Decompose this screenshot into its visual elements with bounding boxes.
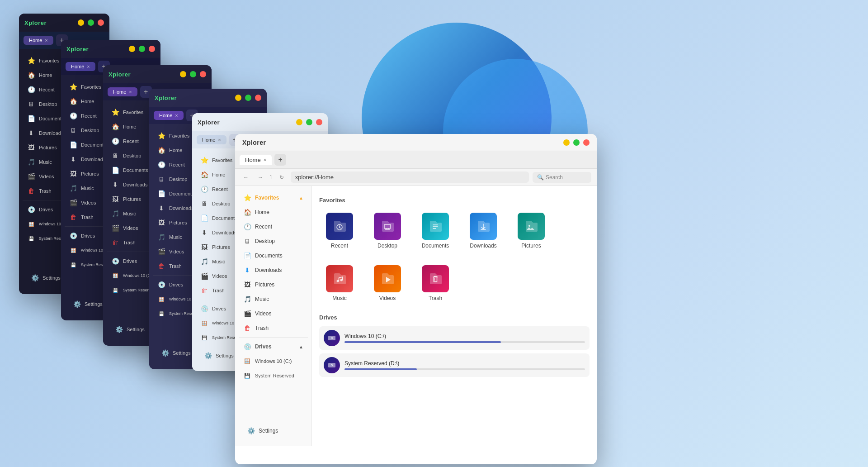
tab-home-6[interactable]: Home × [240,155,272,165]
s6-music[interactable]: 🎵 Music [238,292,309,306]
tl-red-5[interactable] [316,119,322,125]
tab-close-1[interactable]: × [45,38,47,43]
tl-green-3[interactable] [190,71,196,77]
tl-green-4[interactable] [245,95,251,101]
s6-system[interactable]: 💾 System Reserved [238,369,309,382]
documents-label: Documents [422,243,449,249]
tl-red-3[interactable] [200,71,206,77]
tab-home-2[interactable]: Home × [66,62,95,71]
trash-folder-icon [422,265,449,292]
tl-green-2[interactable] [139,46,145,52]
s6-downloads[interactable]: ⬇ Downloads [238,263,309,277]
favorites-grid: Recent Desktop [319,209,590,253]
tl-green-5[interactable] [306,119,312,125]
drive-system-bar-fill [344,368,417,370]
tl-red-2[interactable] [149,46,155,52]
s6-desktop[interactable]: 🖥 Desktop [238,234,309,248]
desktop-label: Desktop [377,243,397,249]
favorites-grid-2: Music Videos [319,262,590,305]
tab-close-6[interactable]: × [264,157,266,162]
tl-yellow-2[interactable] [129,46,135,52]
tab-home-3[interactable]: Home × [108,87,137,96]
pictures-icon-1: 🖼 [27,143,35,152]
folder-trash[interactable]: Trash [415,262,456,305]
s6-trash[interactable]: 🗑 Trash [238,321,309,335]
videos-icon-6: 🎬 [243,310,251,318]
folder-documents[interactable]: Documents [415,209,456,253]
tl-yellow-3[interactable] [180,71,186,77]
trash-icon-1: 🗑 [27,187,35,195]
tl-yellow-6[interactable] [563,139,570,146]
s6-home[interactable]: 🏠 Home [238,205,309,219]
s6-pictures[interactable]: 🖼 Pictures [238,278,309,291]
drives-section-title: Drives [319,314,590,321]
tab-close-4[interactable]: × [175,113,178,118]
tab-home-5[interactable]: Home × [197,135,226,144]
tl-yellow-5[interactable] [296,119,302,125]
window-6[interactable]: Xplorer Home × + ← → 1 ↻ 🔍 Search [235,134,597,464]
s6-videos[interactable]: 🎬 Videos [238,307,309,320]
refresh-button[interactable]: ↻ [276,172,287,183]
desktop-icon-6: 🖥 [243,237,251,245]
tab-home-1[interactable]: Home × [24,36,53,45]
svg-point-11 [331,365,332,366]
tl-red-6[interactable] [583,139,590,146]
star-icon-1: ⭐ [27,57,35,65]
folder-music[interactable]: Music [319,262,360,305]
tab-close-3[interactable]: × [129,89,132,95]
drive-system[interactable]: System Reserved (D:\) [319,353,590,377]
tab-close-2[interactable]: × [87,64,90,69]
s6-favorites[interactable]: ⭐ Favorites ▲ [238,191,309,205]
titlebar-4: Xplorer [149,89,267,107]
videos-icon-1: 🎬 [27,172,35,181]
music-label: Music [332,295,346,301]
tl-red-4[interactable] [255,95,261,101]
tl-yellow-1[interactable] [78,19,84,26]
folder-desktop[interactable]: Desktop [367,209,408,253]
tab-close-5[interactable]: × [218,137,221,143]
tabs-6: Home × + [235,151,597,169]
drives-grid: Windows 10 (C:\) [319,326,590,377]
folder-downloads[interactable]: Downloads [463,209,504,253]
search-label: Search [546,174,563,181]
search-bar[interactable]: 🔍 Search [533,172,591,183]
traffic-lights-3 [180,71,206,77]
home-icon-1: 🏠 [27,71,35,79]
forward-button[interactable]: → [255,172,266,183]
folder-pictures[interactable]: Pictures [511,209,552,253]
drive-windows-name: Windows 10 (C:\) [344,333,585,339]
tl-green-1[interactable] [88,19,94,26]
win6-content-area: ⭐ Favorites ▲ 🏠 Home 🕐 Recent 🖥 Desktop [235,186,597,446]
downloads-folder-icon [470,213,497,240]
drives-arrow[interactable]: ▲ [299,344,303,349]
system-icon-1: 💾 [27,234,35,243]
tab-add-6[interactable]: + [274,154,286,166]
titlebar-2: Xplorer [61,40,160,58]
titlebar-3: Xplorer [103,65,212,83]
s6-documents[interactable]: 📄 Documents [238,249,309,262]
pictures-folder-icon [518,213,545,240]
s6-settings[interactable]: ⚙️ Settings [241,424,305,438]
s6-recent[interactable]: 🕐 Recent [238,220,309,234]
home-icon-6: 🏠 [243,208,251,216]
app-title-3: Xplorer [108,71,131,78]
music-folder-icon [326,265,353,292]
drive-system-icon [324,357,340,373]
tl-red-1[interactable] [98,19,104,26]
s6-drives[interactable]: 💿 Drives ▲ [238,340,309,353]
folder-videos[interactable]: Videos [367,262,408,305]
favorites-arrow[interactable]: ▲ [299,195,303,200]
tl-green-6[interactable] [573,139,580,146]
star-icon-6: ⭐ [243,194,251,202]
drive-windows[interactable]: Windows 10 (C:\) [319,326,590,350]
tab-home-4[interactable]: Home × [154,111,184,120]
tl-yellow-4[interactable] [235,95,241,101]
back-button[interactable]: ← [241,172,251,183]
documents-icon-6: 📄 [243,252,251,260]
drive-windows-icon [324,330,340,346]
recent-label: Recent [331,243,348,249]
pictures-label: Pictures [521,243,541,249]
address-bar[interactable] [291,172,529,183]
s6-windows[interactable]: 🪟 Windows 10 (C:) [238,354,309,368]
folder-recent[interactable]: Recent [319,209,360,253]
